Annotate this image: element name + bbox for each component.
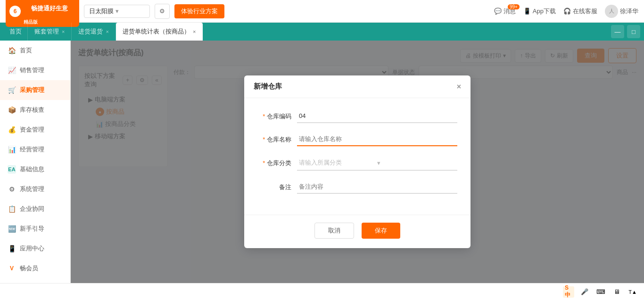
tab-maximize-button[interactable]: □ <box>627 25 640 38</box>
appcenter-icon: 📱 <box>8 244 16 253</box>
sidebar-item-guide[interactable]: 🆕 新手引导 <box>0 219 70 239</box>
save-button[interactable]: 保存 <box>362 223 400 239</box>
logo-text: 畅捷通好生意 精品版 <box>24 0 75 25</box>
inventory-icon: 📦 <box>8 106 16 114</box>
tab-purchase-stats-label: 进货单统计表（按商品） <box>123 27 190 36</box>
sidebar-item-system-label: 系统管理 <box>20 185 44 193</box>
display-icon[interactable]: 🖥 <box>611 286 622 298</box>
note-input[interactable] <box>297 180 457 194</box>
nav-tabs: 首页 账套管理 × 进货退货 × 进货单统计表（按商品） × — □ <box>0 23 644 41</box>
bottom-bar: S中 🎤 ⌨ 🖥 T▲ <box>0 283 644 300</box>
logo-sub: 精品版 <box>24 19 75 25</box>
sidebar-item-enterprise[interactable]: 📋 企业协同 <box>0 199 70 219</box>
category-placeholder: 请输入所属分类 <box>299 158 377 167</box>
sidebar-item-enterprise-label: 企业协同 <box>20 205 44 213</box>
s-icon[interactable]: S中 <box>563 286 574 298</box>
sidebar-item-sales[interactable]: 📈 销售管理 <box>0 60 70 80</box>
sidebar-item-system[interactable]: ⚙ 系统管理 <box>0 179 70 199</box>
sidebar-item-guide-label: 新手引导 <box>20 225 44 233</box>
tab-purchase-return-label: 进货退货 <box>78 27 103 36</box>
sidebar-item-home[interactable]: 🏠 首页 <box>0 41 70 60</box>
dialog-body: 仓库编码 仓库名称 仓库分类 请输入所属分类 ▾ 备注 <box>244 98 471 215</box>
top-right-area: 💬 消息 99+ 📱 App下载 🎧 在线客服 人 徐泽华 <box>494 5 638 18</box>
basic-icon: EA <box>8 165 16 174</box>
dialog-field-code: 仓库编码 <box>257 109 457 123</box>
sidebar-item-finance[interactable]: 💰 资金管理 <box>0 120 70 140</box>
sidebar-item-basic[interactable]: EA 基础信息 <box>0 159 70 179</box>
message-button[interactable]: 💬 消息 99+ <box>494 7 516 16</box>
dialog-field-name: 仓库名称 <box>257 133 457 146</box>
sidebar-item-operation-label: 经营管理 <box>20 145 44 154</box>
sidebar-item-operation[interactable]: 📊 经营管理 <box>0 140 70 159</box>
tab-home-label: 首页 <box>9 27 22 36</box>
system-icon: ⚙ <box>8 185 16 193</box>
store-selector[interactable]: 日太阳膜 ▾ <box>84 5 150 18</box>
cancel-button[interactable]: 取消 <box>314 223 354 239</box>
logo-main: 畅捷通好生意 <box>24 0 75 19</box>
note-label: 备注 <box>257 183 291 192</box>
dropdown-arrow-icon: ▾ <box>116 8 119 15</box>
code-input[interactable] <box>297 109 457 123</box>
trial-button[interactable]: 体验行业方案 <box>174 4 224 18</box>
sidebar-item-inventory[interactable]: 📦 库存核查 <box>0 100 70 120</box>
member-icon: V <box>8 264 16 273</box>
tab-controls: — □ <box>611 25 640 38</box>
user-name: 徐泽华 <box>620 7 638 16</box>
tab-account-label: 账套管理 <box>34 27 59 36</box>
sidebar-item-finance-label: 资金管理 <box>20 125 44 134</box>
message-icon: 💬 <box>494 8 502 15</box>
operation-icon: 📊 <box>8 145 16 154</box>
sidebar-item-purchase-label: 采购管理 <box>20 86 44 94</box>
tab-purchase-return-close-icon[interactable]: × <box>106 29 108 34</box>
modal-overlay: 新增仓库 × 仓库编码 仓库名称 仓库分类 请输入所属分类 ▾ <box>71 41 644 283</box>
user-area[interactable]: 人 徐泽华 <box>605 5 638 18</box>
settings-icon[interactable]: ⚙ <box>155 4 170 19</box>
sidebar-item-member[interactable]: V 畅会员 <box>0 258 70 278</box>
message-badge: 99+ <box>508 4 520 9</box>
tab-purchase-stats-close-icon[interactable]: × <box>193 29 196 34</box>
category-label: 仓库分类 <box>257 159 291 167</box>
dialog-close-button[interactable]: × <box>457 83 461 91</box>
tab-purchase-stats[interactable]: 进货单统计表（按商品） × <box>116 23 203 41</box>
tab-minimize-button[interactable]: — <box>611 25 624 38</box>
online-service-label: 在线客服 <box>573 7 597 16</box>
sidebar-item-purchase[interactable]: 🛒 采购管理 <box>0 80 70 100</box>
headset-icon: 🎧 <box>563 8 571 15</box>
code-label: 仓库编码 <box>257 112 291 121</box>
avatar: 人 <box>605 5 618 18</box>
logo-icon: 6 <box>9 6 21 17</box>
sidebar: 🏠 首页 📈 销售管理 🛒 采购管理 📦 库存核查 💰 资金管理 📊 经营管理 … <box>0 41 71 300</box>
keyboard-icon[interactable]: ⌨ <box>595 286 606 298</box>
finance-icon: 💰 <box>8 125 16 134</box>
dialog-footer: 取消 保存 <box>244 215 471 248</box>
top-bar: 6 畅捷通好生意 精品版 日太阳膜 ▾ ⚙ 体验行业方案 💬 消息 99+ 📱 … <box>0 0 644 23</box>
tab-purchase-return[interactable]: 进货退货 × <box>72 23 116 41</box>
mic-icon[interactable]: 🎤 <box>579 286 590 298</box>
category-select[interactable]: 请输入所属分类 ▾ <box>297 156 457 171</box>
sidebar-item-member-label: 畅会员 <box>20 264 38 273</box>
category-dropdown-icon: ▾ <box>377 159 455 167</box>
sidebar-item-sales-label: 销售管理 <box>20 66 44 75</box>
dialog-header: 新增仓库 × <box>244 75 471 98</box>
language-icon[interactable]: T▲ <box>627 286 638 298</box>
online-service-button[interactable]: 🎧 在线客服 <box>563 7 597 16</box>
dialog-field-note: 备注 <box>257 180 457 194</box>
sidebar-item-appcenter-label: 应用中心 <box>20 244 44 253</box>
app-download-icon: 📱 <box>523 8 531 15</box>
tab-home[interactable]: 首页 <box>4 23 28 41</box>
store-name: 日太阳膜 <box>89 7 114 16</box>
purchase-icon: 🛒 <box>8 86 16 94</box>
sidebar-item-home-label: 首页 <box>20 46 32 55</box>
tab-account[interactable]: 账套管理 × <box>28 23 72 41</box>
sidebar-item-appcenter[interactable]: 📱 应用中心 <box>0 239 70 258</box>
new-warehouse-dialog: 新增仓库 × 仓库编码 仓库名称 仓库分类 请输入所属分类 ▾ <box>244 75 471 248</box>
guide-icon: 🆕 <box>8 225 16 233</box>
dialog-field-category: 仓库分类 请输入所属分类 ▾ <box>257 156 457 171</box>
home-icon: 🏠 <box>8 46 16 55</box>
name-input[interactable] <box>297 133 457 146</box>
name-label: 仓库名称 <box>257 135 291 144</box>
sales-icon: 📈 <box>8 66 16 75</box>
app-download-button[interactable]: 📱 App下载 <box>523 7 556 16</box>
sidebar-item-inventory-label: 库存核查 <box>20 106 44 114</box>
tab-account-close-icon[interactable]: × <box>62 29 65 34</box>
